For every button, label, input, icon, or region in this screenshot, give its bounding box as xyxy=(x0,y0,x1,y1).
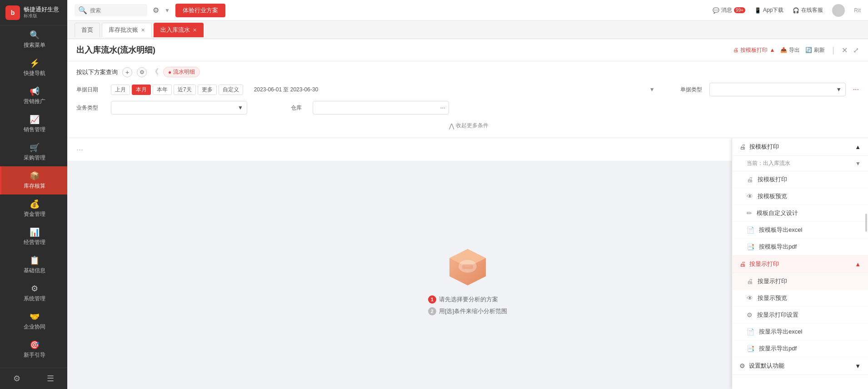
bill-type-more-icon[interactable]: ··· xyxy=(853,85,859,94)
print-dropdown-panel: 🖨 按模板打印 ▲ 当前：出入库流水 ▼ 🖨 按模板打印 👁 按 xyxy=(732,138,868,389)
filter-collapse-button[interactable]: 《 xyxy=(151,67,159,77)
date-btn-more[interactable]: 更多 xyxy=(198,85,217,95)
divider: | xyxy=(832,45,834,55)
export-button[interactable]: 📤 导出 xyxy=(780,46,800,54)
expand-window-icon[interactable]: ⤢ xyxy=(853,46,859,55)
filter-row-business: 业务类型 ▼ 仓库 ··· xyxy=(76,101,859,115)
customer-service-button[interactable]: 🎧 在线客服 xyxy=(793,6,823,14)
sidebar-item-label: 库存核算 xyxy=(24,182,45,190)
business-type-select[interactable]: ▼ xyxy=(111,101,247,115)
print-template-button[interactable]: 🖨 按模板打印 ▲ xyxy=(733,46,775,54)
user-avatar[interactable] xyxy=(832,4,845,17)
tab-home-label: 首页 xyxy=(81,26,93,34)
sidebar-nav: 🔍 搜索菜单 ⚡ 快捷导航 📢 营销推广 📈 销售管理 🛒 采购管理 📦 库存核… xyxy=(0,25,67,368)
page-header: 出入库流水(流水明细) 🖨 按模板打印 ▲ 📤 导出 🔄 刷新 | ✕ ⤢ xyxy=(67,39,868,61)
basic-icon: 📋 xyxy=(30,255,40,265)
tab-flow-close-icon[interactable]: ✕ xyxy=(193,27,197,33)
warehouse-select[interactable]: ··· xyxy=(313,101,449,115)
display-settings-item[interactable]: ⚙ 按显示打印设置 xyxy=(732,307,868,324)
explore-industry-button[interactable]: 体验行业方案 xyxy=(175,4,225,17)
display-excel-label: 按显示导出excel xyxy=(759,328,802,336)
template-pdf-item[interactable]: 📑 按模板导出pdf xyxy=(732,239,868,255)
template-preview-item[interactable]: 👁 按模板预览 xyxy=(732,188,868,205)
preview-icon: 👁 xyxy=(747,193,753,200)
default-settings-section-header[interactable]: ⚙ 设置默认功能 ▼ xyxy=(732,357,868,375)
chevron-up-icon: ⋀ xyxy=(449,122,454,130)
search-input[interactable] xyxy=(90,7,145,14)
hint-number-1: 1 xyxy=(428,295,436,304)
display-pdf-label: 按显示导出pdf xyxy=(759,344,797,353)
sidebar-item-label: 系统管理 xyxy=(24,295,45,303)
sidebar-item-label: 新手引导 xyxy=(24,351,45,359)
marketing-icon: 📢 xyxy=(30,86,40,96)
close-window-icon[interactable]: ✕ xyxy=(842,46,848,55)
headset-icon: 🎧 xyxy=(793,7,799,14)
filter-add-button[interactable]: + xyxy=(122,67,132,77)
sidebar-item-collab[interactable]: 🤝 企业协同 xyxy=(0,307,67,335)
filter-settings-button[interactable]: ⚙ xyxy=(137,67,147,77)
display-preview-item[interactable]: 👁 按显示预览 xyxy=(732,290,868,307)
search-icon: 🔍 xyxy=(78,6,87,15)
template-print-section-header[interactable]: 🖨 按模板打印 ▲ xyxy=(732,138,868,156)
current-template-display: 当前：出入库流水 ▼ xyxy=(732,156,868,171)
app-download-button[interactable]: 📱 App下载 xyxy=(754,6,783,14)
print-icon: 🖨 xyxy=(733,47,738,53)
excel-icon: 📄 xyxy=(747,226,754,234)
messages-button[interactable]: 💬 消息 99+ xyxy=(713,6,745,14)
content-wrapper: ··· 查询 设置 xyxy=(67,138,868,389)
sidebar-item-finance[interactable]: 💰 资金管理 xyxy=(0,194,67,223)
tab-batch-close-icon[interactable]: ✕ xyxy=(141,27,145,33)
sidebar-item-marketing[interactable]: 📢 营销推广 xyxy=(0,82,67,110)
collapse-more-button[interactable]: ⋀ 收起更多条件 xyxy=(76,119,859,132)
topbar-search-box[interactable]: 🔍 xyxy=(75,4,147,16)
date-btn-7days[interactable]: 近7天 xyxy=(174,85,196,95)
display-print-section-header[interactable]: 🖨 按显示打印 ▲ xyxy=(732,255,868,273)
display-pdf-item[interactable]: 📑 按显示导出pdf xyxy=(732,340,868,357)
tab-home[interactable]: 首页 xyxy=(75,23,100,37)
sidebar-item-inventory[interactable]: 📦 库存核算 xyxy=(0,166,67,194)
sidebar-item-search[interactable]: 🔍 搜索菜单 xyxy=(0,25,67,54)
display-print-item[interactable]: 🖨 按显示打印 xyxy=(732,273,868,290)
date-range-display: 2023-06-01 至 2023-06-30 xyxy=(254,86,318,94)
sidebar-item-operations[interactable]: 📊 经营管理 xyxy=(0,223,67,251)
topbar-chevron-icon: ▼ xyxy=(165,7,170,14)
template-design-item[interactable]: ✏ 模板自定义设计 xyxy=(732,205,868,222)
empty-hint-1: 1 请先选择要分析的方案 xyxy=(428,295,507,304)
warehouse-label: 仓库 xyxy=(291,104,302,112)
default-settings-label: 设置默认功能 xyxy=(749,362,784,370)
sidebar-item-guide[interactable]: 🎯 新手引导 xyxy=(0,335,67,364)
date-btn-this-month[interactable]: 本月 xyxy=(132,85,151,95)
topbar-gear-icon[interactable]: ⚙ xyxy=(153,6,159,15)
action-buttons-left: ··· xyxy=(76,145,83,155)
sidebar-item-shortcut[interactable]: ⚡ 快捷导航 xyxy=(0,54,67,82)
date-btn-custom[interactable]: 自定义 xyxy=(219,85,243,95)
tab-batch[interactable]: 库存批次账 ✕ xyxy=(102,23,152,37)
sidebar-item-system[interactable]: ⚙ 系统管理 xyxy=(0,279,67,307)
print-item-icon: 🖨 xyxy=(747,176,753,183)
template-excel-label: 按模板导出excel xyxy=(759,226,802,234)
sidebar-item-apps[interactable]: 🔲 应用中心 xyxy=(0,364,67,368)
shortcut-icon: ⚡ xyxy=(30,58,40,68)
sidebar-menu-button[interactable]: ☰ xyxy=(47,374,54,384)
template-excel-item[interactable]: 📄 按模板导出excel xyxy=(732,222,868,239)
system-icon: ⚙ xyxy=(31,284,38,294)
sidebar-item-label: 采购管理 xyxy=(24,154,45,162)
sidebar-settings-button[interactable]: ⚙ xyxy=(13,374,20,384)
refresh-button[interactable]: 🔄 刷新 xyxy=(805,46,825,54)
export-icon: 📤 xyxy=(780,47,787,53)
display-excel-item[interactable]: 📄 按显示导出excel xyxy=(732,324,868,340)
sidebar-item-purchase[interactable]: 🛒 采购管理 xyxy=(0,138,67,166)
display-print-item-label: 按显示打印 xyxy=(758,277,787,285)
tab-flow[interactable]: 出入库流水 ✕ xyxy=(154,23,204,37)
ellipsis-icon[interactable]: ··· xyxy=(76,145,83,155)
filter-tag-label: 流水明细 xyxy=(173,68,195,76)
sidebar-item-sales[interactable]: 📈 销售管理 xyxy=(0,110,67,138)
template-print-item[interactable]: 🖨 按模板打印 xyxy=(732,171,868,188)
page-header-actions: 🖨 按模板打印 ▲ 📤 导出 🔄 刷新 | ✕ ⤢ xyxy=(733,45,859,60)
sidebar-item-basic[interactable]: 📋 基础信息 xyxy=(0,251,67,279)
date-btn-last-month[interactable]: 上月 xyxy=(111,85,130,95)
display-excel-icon: 📄 xyxy=(747,328,754,335)
filter-header: 按以下方案查询 + ⚙ 《 ● 流水明细 xyxy=(76,67,859,77)
date-btn-this-year[interactable]: 本年 xyxy=(153,85,172,95)
bill-type-select[interactable]: ▼ xyxy=(709,83,846,96)
